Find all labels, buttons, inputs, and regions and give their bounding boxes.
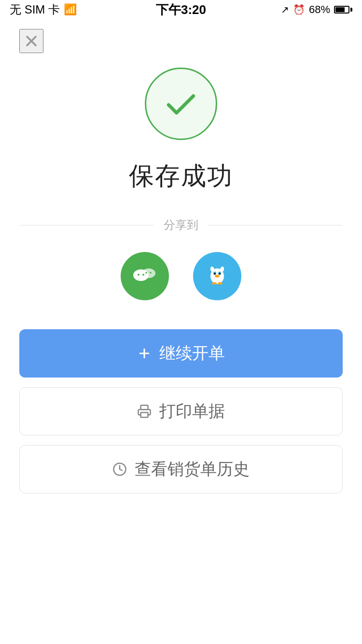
carrier-text: 无 SIM 卡 <box>10 2 60 17</box>
continue-button-label: 继续开单 <box>159 342 225 364</box>
print-button[interactable]: 打印单据 <box>19 387 343 435</box>
continue-button[interactable]: 继续开单 <box>19 329 343 378</box>
share-divider: 分享到 <box>19 217 343 233</box>
qq-share-button[interactable] <box>193 252 241 300</box>
alarm-icon: ⏰ <box>293 4 305 15</box>
svg-point-11 <box>214 273 216 275</box>
status-right: ↗ ⏰ 68% <box>281 3 352 16</box>
svg-point-4 <box>138 274 139 276</box>
divider-line-left <box>19 225 154 225</box>
status-left: 无 SIM 卡 📶 <box>10 2 77 17</box>
svg-point-3 <box>142 268 155 278</box>
svg-point-14 <box>215 275 220 278</box>
svg-rect-22 <box>141 413 148 418</box>
svg-point-5 <box>142 274 144 276</box>
svg-point-13 <box>219 273 221 275</box>
svg-rect-21 <box>141 406 148 410</box>
printer-icon <box>137 404 152 419</box>
clock-icon <box>112 462 127 476</box>
history-button[interactable]: 查看销货单历史 <box>19 445 343 493</box>
share-label: 分享到 <box>164 217 198 233</box>
status-time: 下午3:20 <box>156 1 206 18</box>
checkmark-icon <box>164 87 198 121</box>
svg-point-7 <box>150 272 152 274</box>
svg-point-17 <box>212 282 217 285</box>
share-icons-container <box>121 252 241 300</box>
divider-line-right <box>208 225 343 225</box>
success-icon-circle <box>145 68 217 140</box>
print-button-label: 打印单据 <box>159 400 225 422</box>
wechat-share-button[interactable] <box>121 252 169 300</box>
action-buttons: 继续开单 打印单据 查看销货单历史 <box>19 329 343 493</box>
qq-icon <box>203 262 232 291</box>
close-button[interactable] <box>19 29 43 53</box>
battery-percentage: 68% <box>309 3 330 16</box>
wifi-icon: 📶 <box>64 3 77 16</box>
main-content: 保存成功 分享到 <box>0 19 362 644</box>
svg-point-6 <box>145 272 147 274</box>
location-icon: ↗ <box>281 4 289 15</box>
svg-point-18 <box>218 282 223 285</box>
plus-icon <box>137 346 152 361</box>
wechat-icon <box>130 262 159 291</box>
history-button-label: 查看销货单历史 <box>135 458 250 480</box>
battery-icon <box>334 6 352 14</box>
status-bar: 无 SIM 卡 📶 下午3:20 ↗ ⏰ 68% <box>0 0 362 19</box>
success-title: 保存成功 <box>129 159 233 193</box>
